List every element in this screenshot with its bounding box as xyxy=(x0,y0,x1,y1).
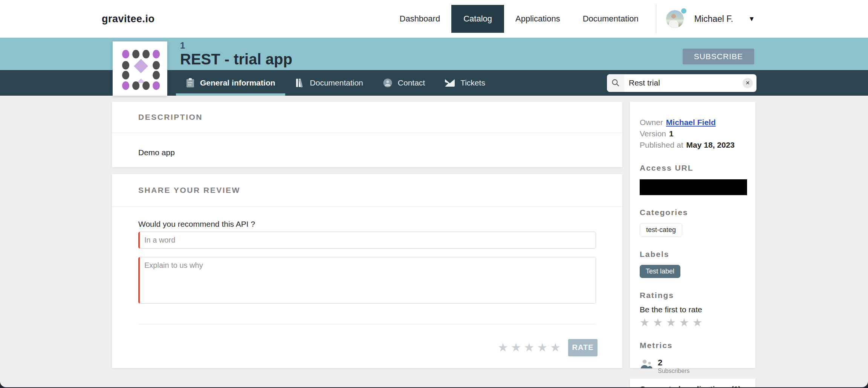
top-navigation: gravitee.io Dashboard Catalog Applicatio… xyxy=(0,0,868,38)
star-icon[interactable]: ★ xyxy=(524,342,535,353)
api-logo xyxy=(113,41,167,96)
tab-label: Tickets xyxy=(460,78,485,87)
clear-search-icon[interactable]: ✕ xyxy=(743,78,753,88)
label-chip[interactable]: Test label xyxy=(640,265,680,278)
search-box: ✕ xyxy=(607,74,756,92)
star-icon: ★ xyxy=(653,317,663,328)
review-heading: SHARE YOUR REVIEW xyxy=(138,186,240,195)
published-row: Published atMay 18, 2023 xyxy=(640,139,746,151)
tab-contact[interactable]: Contact xyxy=(373,70,435,96)
metrics-heading: Metrics xyxy=(640,341,746,350)
avatar-wrap xyxy=(666,10,684,28)
star-icon: ★ xyxy=(640,317,649,328)
rating-star-picker: ★ ★ ★ ★ ★ xyxy=(498,342,561,353)
search-icon xyxy=(607,74,624,92)
api-version: 1 xyxy=(180,41,292,50)
description-body: Demo app xyxy=(112,133,622,172)
clipboard-icon xyxy=(186,78,195,88)
nav-divider xyxy=(656,4,656,34)
envelope-icon xyxy=(445,78,455,87)
review-card: SHARE YOUR REVIEW Would you recommend th… xyxy=(112,174,622,368)
access-url-heading: Access URL xyxy=(640,163,746,173)
owner-label: Owner xyxy=(640,118,663,127)
page-surface: gravitee.io Dashboard Catalog Applicatio… xyxy=(0,0,868,387)
star-icon: ★ xyxy=(679,317,689,328)
owner-link[interactable]: Michael Field xyxy=(666,118,716,127)
search-input[interactable] xyxy=(624,78,743,87)
page-title: REST - trial app xyxy=(180,50,292,68)
category-chip[interactable]: test-categ xyxy=(640,223,682,237)
ratings-heading: Ratings xyxy=(640,291,746,300)
person-icon xyxy=(383,78,393,88)
people-icon xyxy=(640,358,653,370)
description-card: DESCRIPTION Demo app xyxy=(112,102,622,167)
review-form: Would you recommend this API ? xyxy=(112,207,622,324)
gravitee-logo[interactable]: gravitee.io xyxy=(102,13,155,25)
nav-item-dashboard[interactable]: Dashboard xyxy=(388,0,452,38)
connected-applications-card: Connected applications (1) xyxy=(630,379,755,387)
owner-row: OwnerMichael Field xyxy=(640,117,746,128)
tab-general-information[interactable]: General information xyxy=(176,70,285,96)
nav-item-documentation[interactable]: Documentation xyxy=(572,0,650,38)
star-icon[interactable]: ★ xyxy=(511,342,521,353)
access-url-redacted xyxy=(640,179,747,195)
nav-item-catalog[interactable]: Catalog xyxy=(451,5,504,33)
main-nav: Dashboard Catalog Applications Documenta… xyxy=(388,0,755,38)
subscribers-value: 2 xyxy=(658,358,689,367)
user-menu[interactable]: Michael F. ▼ xyxy=(666,10,755,28)
subscribers-caption: Subscribers xyxy=(658,367,689,374)
nav-item-applications[interactable]: Applications xyxy=(504,0,572,38)
tab-label: Documentation xyxy=(310,78,363,87)
subscribe-button[interactable]: SUBSCRIBE xyxy=(683,49,754,64)
tab-label: Contact xyxy=(398,78,425,87)
api-header-band: 1 REST - trial app SUBSCRIBE xyxy=(0,38,868,70)
review-why-textarea[interactable] xyxy=(138,257,596,304)
published-value: May 18, 2023 xyxy=(686,141,735,149)
review-question: Would you recommend this API ? xyxy=(138,220,596,229)
metric-subscribers: 2 Subscribers xyxy=(640,358,746,374)
books-icon xyxy=(295,78,305,88)
version-label: Version xyxy=(640,129,666,138)
ratings-stars: ★ ★ ★ ★ ★ xyxy=(640,317,746,328)
review-footer: ★ ★ ★ ★ ★ RATE xyxy=(112,324,622,371)
dot-grid-icon xyxy=(117,46,163,92)
review-word-input[interactable] xyxy=(138,232,596,249)
published-label: Published at xyxy=(640,141,683,149)
version-value: 1 xyxy=(669,129,674,138)
version-row: Version1 xyxy=(640,128,746,139)
api-info-sidebar: OwnerMichael Field Version1 Published at… xyxy=(630,102,755,368)
api-tabs: General information Documentation xyxy=(176,70,495,96)
user-name: Michael F. xyxy=(694,14,734,24)
chevron-down-icon[interactable]: ▼ xyxy=(748,15,755,23)
avatar[interactable] xyxy=(666,10,684,28)
star-icon: ★ xyxy=(692,317,702,328)
connected-applications-heading: Connected applications (1) xyxy=(640,385,746,387)
star-icon: ★ xyxy=(666,317,676,328)
status-dot-icon xyxy=(681,8,686,14)
rate-button[interactable]: RATE xyxy=(568,339,598,356)
tab-tickets[interactable]: Tickets xyxy=(435,70,495,96)
star-icon[interactable]: ★ xyxy=(498,342,508,353)
star-icon[interactable]: ★ xyxy=(537,342,547,353)
ratings-text: Be the first to rate xyxy=(640,305,746,314)
description-heading: DESCRIPTION xyxy=(138,113,203,122)
tab-documentation[interactable]: Documentation xyxy=(285,70,373,96)
categories-heading: Categories xyxy=(640,208,746,217)
tab-label: General information xyxy=(200,78,275,87)
star-icon[interactable]: ★ xyxy=(550,342,561,353)
labels-heading: Labels xyxy=(640,250,746,259)
